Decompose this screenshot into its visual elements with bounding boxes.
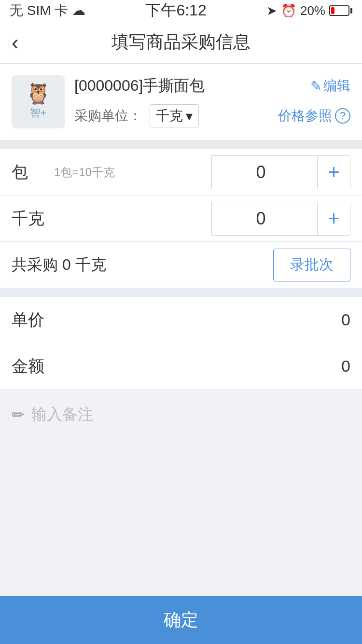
battery-icon <box>329 5 352 16</box>
status-right: ➤ ⏰ 20% <box>266 3 352 18</box>
summary-row: 共采购 0 千克 录批次 <box>0 242 362 288</box>
price-ref-label: 价格参照 <box>278 107 332 125</box>
kg-input-wrap: + <box>211 202 350 236</box>
product-card: 🦉 智+ [0000006]手撕面包 ✎ 编辑 采购单位： 千克 ▾ 价格参照 … <box>0 64 362 140</box>
input-section: 包 1包=10千克 + 千克 + 共采购 0 千克 录批次 <box>0 149 362 288</box>
price-section: 单价 0 金额 0 <box>0 297 362 390</box>
status-bar: 无 SIM 卡 ☁ 下午6:12 ➤ ⏰ 20% <box>0 0 362 21</box>
summary-amount: 0 <box>62 256 71 273</box>
edit-label: 编辑 <box>323 77 350 95</box>
amount-value: 0 <box>341 357 350 376</box>
product-name: [0000006]手撕面包 <box>74 75 205 97</box>
bottom-spacer <box>0 440 362 536</box>
unit-price-label: 单价 <box>12 309 341 331</box>
page-title: 填写商品采购信息 <box>111 30 251 54</box>
summary-unit: 千克 <box>75 256 106 273</box>
edit-button[interactable]: ✎ 编辑 <box>310 77 350 95</box>
pack-input-wrap: + <box>211 155 350 189</box>
pencil-icon: ✏ <box>12 406 25 424</box>
pack-input-row: 包 1包=10千克 + <box>0 149 362 196</box>
help-icon: ? <box>335 108 350 124</box>
chevron-down-icon: ▾ <box>186 108 193 124</box>
sim-status: 无 SIM 卡 ☁ <box>10 1 85 20</box>
back-button[interactable]: ‹ <box>12 32 19 53</box>
unit-value: 千克 <box>156 107 183 125</box>
note-section[interactable]: ✏ 输入备注 <box>0 390 362 440</box>
note-input[interactable]: 输入备注 <box>31 404 93 425</box>
confirm-button[interactable]: 确定 <box>164 608 198 632</box>
batch-button[interactable]: 录批次 <box>273 249 350 281</box>
product-thumb-icon: 🦉 <box>26 84 51 104</box>
unit-row: 采购单位： 千克 ▾ 价格参照 ? <box>74 104 350 127</box>
status-time: 下午6:12 <box>145 0 206 21</box>
pack-plus-button[interactable]: + <box>318 155 350 189</box>
unit-price-row: 单价 0 <box>0 297 362 343</box>
nav-bar: ‹ 填写商品采购信息 <box>0 21 362 64</box>
unit-price-value: 0 <box>341 310 350 329</box>
edit-icon: ✎ <box>310 78 321 94</box>
kg-input[interactable] <box>211 202 318 236</box>
product-info: [0000006]手撕面包 ✎ 编辑 采购单位： 千克 ▾ 价格参照 ? <box>74 75 350 127</box>
summary-text: 共采购 0 千克 <box>12 254 273 276</box>
pack-sublabel: 1包=10千克 <box>54 165 211 180</box>
price-reference-button[interactable]: 价格参照 ? <box>278 107 350 125</box>
kg-input-row: 千克 + <box>0 196 362 242</box>
battery-percent: 20% <box>300 3 325 18</box>
pack-input[interactable] <box>211 155 318 189</box>
confirm-bar[interactable]: 确定 <box>0 596 362 644</box>
section-divider-1 <box>0 140 362 149</box>
kg-label: 千克 <box>12 208 50 230</box>
kg-plus-button[interactable]: + <box>318 202 350 236</box>
product-name-row: [0000006]手撕面包 ✎ 编辑 <box>74 75 350 97</box>
pack-label: 包 <box>12 161 50 183</box>
product-thumb-label: 智+ <box>30 106 47 120</box>
amount-row: 金额 0 <box>0 343 362 390</box>
amount-label: 金额 <box>12 355 341 378</box>
section-divider-2 <box>0 288 362 297</box>
location-icon: ➤ <box>266 3 277 18</box>
unit-label: 采购单位： <box>74 107 142 125</box>
status-left: 无 SIM 卡 ☁ <box>10 1 85 20</box>
unit-select[interactable]: 千克 ▾ <box>150 104 199 127</box>
alarm-icon: ⏰ <box>281 3 296 18</box>
summary-prefix: 共采购 <box>12 256 58 273</box>
product-thumbnail: 🦉 智+ <box>12 75 65 128</box>
